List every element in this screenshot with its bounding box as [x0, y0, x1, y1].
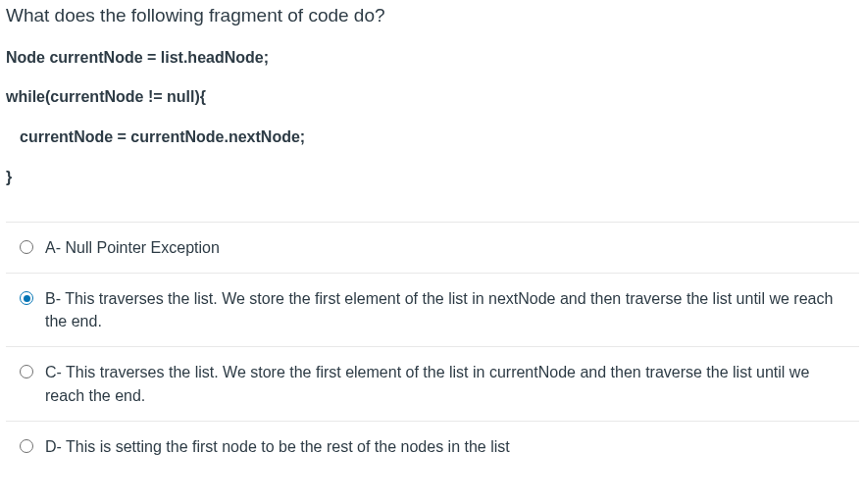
radio-icon [20, 365, 33, 378]
option-label: D- This is setting the first node to be … [45, 435, 510, 458]
code-line-4: } [6, 168, 859, 188]
option-label: B- This traverses the list. We store the… [45, 287, 847, 332]
option-b[interactable]: B- This traverses the list. We store the… [6, 274, 859, 347]
option-d[interactable]: D- This is setting the first node to be … [6, 422, 859, 464]
question-stem: What does the following fragment of code… [6, 4, 859, 188]
option-label: A- Null Pointer Exception [45, 236, 220, 259]
radio-icon [20, 291, 33, 305]
radio-icon [20, 240, 33, 254]
code-line-3: currentNode = currentNode.nextNode; [6, 127, 859, 148]
option-label: C- This traverses the list. We store the… [45, 361, 847, 406]
code-line-1: Node currentNode = list.headNode; [6, 48, 859, 69]
option-c[interactable]: C- This traverses the list. We store the… [6, 347, 859, 421]
radio-icon [20, 439, 33, 453]
option-a[interactable]: A- Null Pointer Exception [6, 223, 859, 274]
answer-options: A- Null Pointer Exception B- This traver… [6, 222, 859, 464]
code-line-2: while(currentNode != null){ [6, 87, 859, 108]
question-title: What does the following fragment of code… [6, 4, 859, 28]
